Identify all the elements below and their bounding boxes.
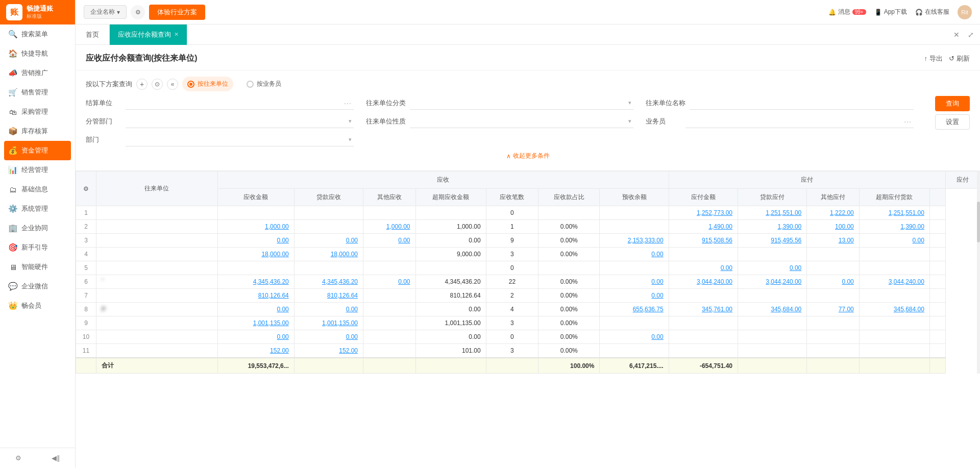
filter-partner-nature: 往来单位性质 ▾	[366, 115, 634, 128]
more-icon: ···	[904, 117, 912, 126]
sidebar: 账 畅捷通账 标准版 🔍 搜索菜单 🏠 快捷导航 📣 营销推广 🛒 销售管理 🛍…	[0, 0, 76, 468]
filter-container: 按以下方案查询 + ⊙ « 按往来单位 按业务员	[76, 70, 980, 171]
topbar-gear-button[interactable]: ⚙	[131, 5, 145, 19]
sidebar-collapse-button[interactable]: ◀‖	[47, 452, 64, 464]
gear-icon: ⚙	[135, 9, 141, 16]
scheme-by-salesperson[interactable]: 按业务员	[241, 77, 286, 91]
inventory-icon: 📦	[8, 127, 17, 136]
chevron-down-icon: ▾	[628, 100, 631, 106]
sidebar-item-sales[interactable]: 🛒 销售管理	[0, 83, 75, 102]
sidebar-item-basic[interactable]: 🗂 基础信息	[0, 180, 75, 199]
filter-settlement-unit: 结算单位 ···	[86, 96, 354, 110]
tab-close-icon[interactable]: ✕	[174, 31, 179, 38]
sidebar-item-system[interactable]: ⚙️ 系统管理	[0, 199, 75, 218]
filter-salesperson: 业务员 ···	[646, 115, 914, 128]
app-download-button[interactable]: 📱 App下载	[874, 8, 907, 16]
export-icon: ↑	[924, 55, 928, 62]
filter-label-category: 往来单位分类	[366, 98, 406, 108]
th-ar-loan: 贷款应收	[294, 189, 363, 206]
table-row: 7810,126.64810,126.64810,126.6420.00%0.0…	[76, 289, 980, 303]
basic-icon: 🗂	[8, 185, 17, 194]
sidebar-item-member[interactable]: 👑 畅会员	[0, 296, 75, 315]
vertical-scrollbar[interactable]	[977, 171, 980, 374]
messages-button[interactable]: 🔔 消息 99+	[828, 8, 866, 16]
th-ar-ratio: 应收款占比	[538, 189, 600, 206]
scheme-by-partner[interactable]: 按往来单位	[182, 77, 233, 91]
sidebar-item-search[interactable]: 🔍 搜索菜单	[0, 24, 75, 44]
th-ar-prepay: 预收余额	[600, 189, 669, 206]
filter-add-button[interactable]: +	[136, 79, 148, 90]
more-icon: ···	[344, 99, 352, 107]
system-icon: ⚙️	[8, 204, 17, 213]
sidebar-settings-button[interactable]: ⚙	[11, 452, 26, 464]
footer-ap-other	[807, 358, 859, 374]
collapse-more-button[interactable]: ∧ 收起更多条件	[86, 150, 970, 164]
user-avatar[interactable]: Rit	[958, 5, 972, 19]
sidebar-item-hardware[interactable]: 🖥 智能硬件	[0, 257, 75, 277]
sidebar-item-finance[interactable]: 💰 资金管理	[4, 141, 71, 160]
industry-button[interactable]: 体验行业方案	[149, 5, 205, 20]
footer-ap-overdue	[859, 358, 929, 374]
sidebar-item-guide[interactable]: 🎯 新手引导	[0, 238, 75, 257]
table-footer: 合计 19,553,472,6... 100.00% 6,417,215....…	[76, 358, 980, 374]
filter-partner-category: 往来单位分类 ▾	[366, 96, 634, 110]
filter-settlement-input[interactable]: ···	[126, 96, 354, 110]
filter-nature-input[interactable]: ▾	[410, 115, 634, 128]
th-gear[interactable]: ⚙	[76, 171, 96, 206]
sidebar-item-corp[interactable]: 🏢 企业协同	[0, 218, 75, 238]
messages-badge: 99+	[852, 9, 866, 15]
table-row: 100.000.000.0000.00%0.00	[76, 330, 980, 344]
top-bar-left: 企业名称 ▾ ⚙ 体验行业方案	[84, 5, 828, 20]
th-ar-amount: 应收金额	[217, 189, 294, 206]
filter-scheme-button[interactable]: ⊙	[152, 79, 163, 90]
table-row: 500.000.00	[76, 261, 980, 275]
sidebar-item-label: 快捷导航	[21, 49, 48, 58]
refresh-button[interactable]: ↺ 刷新	[949, 54, 970, 63]
sidebar-item-ops[interactable]: 📊 经营管理	[0, 160, 75, 180]
page-content: 应收应付余额查询(按往来单位) ↑ 导出 ↺ 刷新 按以下方案查询	[76, 45, 980, 468]
sidebar-item-inventory[interactable]: 📦 库存核算	[0, 121, 75, 141]
tab-ar-query[interactable]: 应收应付余额查询 ✕	[110, 24, 187, 45]
page-title: 应收应付余额查询(按往来单位)	[86, 53, 198, 64]
customer-service-button[interactable]: 🎧 在线客服	[915, 8, 949, 16]
filter-collapse-button[interactable]: «	[167, 79, 178, 90]
sidebar-item-label: 搜索菜单	[21, 30, 48, 39]
member-icon: 👑	[8, 301, 17, 310]
sidebar-item-label: 企业微信	[21, 282, 48, 291]
table-section: ⚙ 往来单位 应收 应付 应付 应收金额 贷款应收 其他应收 超期应收金额 应收…	[76, 171, 980, 374]
filter-dept2-input[interactable]: ▾	[126, 133, 354, 146]
tab-maximize-button[interactable]: ⤢	[966, 29, 976, 41]
sidebar-item-wechat[interactable]: 💬 企业微信	[0, 277, 75, 296]
sidebar-item-marketing[interactable]: 📣 营销推广	[0, 63, 75, 83]
top-bar: 企业名称 ▾ ⚙ 体验行业方案 🔔 消息 99+ 📱 App下载 🎧 在线客服 …	[76, 0, 980, 24]
filter-name-input[interactable]	[690, 96, 914, 110]
guide-icon: 🎯	[8, 243, 17, 252]
filter-category-input[interactable]: ▾	[410, 96, 634, 110]
query-button[interactable]: 查询	[935, 96, 970, 111]
sidebar-item-label: 销售管理	[21, 88, 48, 97]
table-row: 8P0.000.000.0040.00%655,636.75345,761.00…	[76, 303, 980, 316]
footer-ar-overdue	[415, 358, 486, 374]
sidebar-item-quick-nav[interactable]: 🏠 快捷导航	[0, 44, 75, 63]
tab-home[interactable]: 首页	[76, 24, 110, 45]
export-button[interactable]: ↑ 导出	[924, 54, 943, 63]
tab-close-button[interactable]: ✕	[951, 29, 962, 41]
table-row: 6ˇ4,345,436.204,345,436.200.004,345,436.…	[76, 275, 980, 289]
chevron-down-icon: ▾	[349, 136, 352, 143]
table-row: 418,000.0018,000.009,000.0030.00%0.00	[76, 248, 980, 261]
sidebar-item-purchase[interactable]: 🛍 采购管理	[0, 102, 75, 121]
filter-label-dept2: 部门	[86, 135, 121, 144]
main-content: 首页 应收应付余额查询 ✕ ✕ ⤢ 应收应付余额查询(按往来单位) ↑ 导出	[76, 24, 980, 468]
company-selector[interactable]: 企业名称 ▾	[84, 5, 127, 19]
scheme-radio-partner	[187, 81, 194, 88]
tab-bar-actions: ✕ ⤢	[951, 29, 980, 41]
filter-department: 分管部门 ▾	[86, 115, 354, 128]
filter-dept-input[interactable]: ▾	[126, 115, 354, 128]
th-ap-amount: 应付金额	[669, 189, 738, 206]
ops-icon: 📊	[8, 165, 17, 175]
top-bar-right: 🔔 消息 99+ 📱 App下载 🎧 在线客服 Rit	[828, 5, 972, 19]
table-row: 11152.00152.00101.0030.00%	[76, 344, 980, 358]
filter-sales-input[interactable]: ···	[685, 115, 914, 128]
settings-button[interactable]: 设置	[935, 114, 970, 130]
sidebar-item-label: 畅会员	[21, 301, 41, 310]
